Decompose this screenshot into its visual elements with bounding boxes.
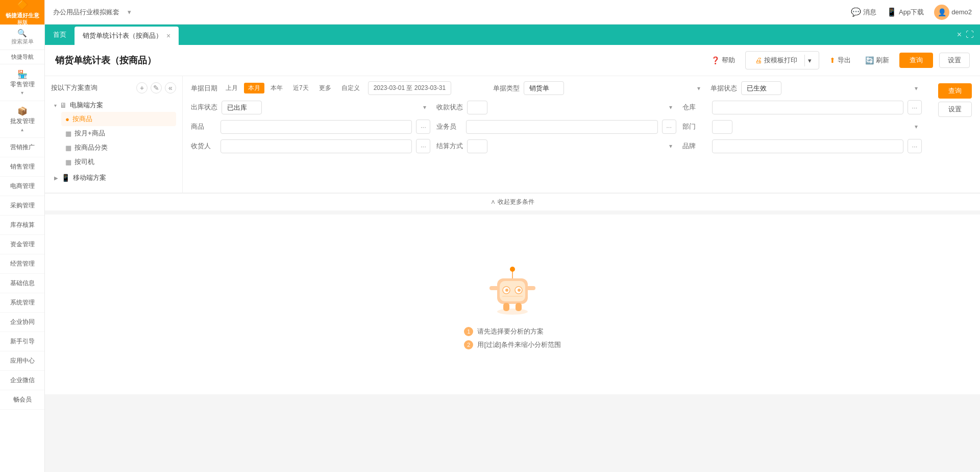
message-btn[interactable]: 💬 消息 xyxy=(851,7,876,17)
date-range-display[interactable]: 2023-03-01 至 2023-03-31 xyxy=(368,81,451,95)
recipient-label: 收货人 xyxy=(191,141,216,151)
sidebar-item-ecommerce[interactable]: 电商管理 xyxy=(0,177,44,196)
sidebar-item-finance[interactable]: 资金管理 xyxy=(0,235,44,254)
sidebar-item-system[interactable]: 系统管理 xyxy=(0,293,44,313)
edit-scheme-btn[interactable]: ✎ xyxy=(151,82,162,93)
shortcut-last-month[interactable]: 上月 xyxy=(222,83,242,93)
side-filter-header: 按以下方案查询 + ✎ « xyxy=(51,82,176,93)
product-ellipsis[interactable]: ··· xyxy=(416,120,430,134)
settings-button[interactable]: 设置 xyxy=(939,53,970,68)
sidebar-item-basics[interactable]: 基础信息 xyxy=(0,274,44,293)
sidebar-item-wholesale[interactable]: 📦 批发管理 ▴ xyxy=(0,101,44,138)
filter-settings-btn[interactable]: 设置 xyxy=(938,102,972,117)
sidebar-item-sales[interactable]: 销售管理 xyxy=(0,157,44,177)
print-dropdown-btn[interactable]: ▾ xyxy=(804,55,815,66)
collapse-label: ∧ 收起更多条件 xyxy=(491,198,534,205)
help-btn[interactable]: ❓ 帮助 xyxy=(707,54,739,67)
filter-area: 按以下方案查询 + ✎ « xyxy=(45,76,980,210)
scheme-group-desktop-header[interactable]: ▾ 🖥 电脑端方案 xyxy=(51,99,176,112)
recv-status-label: 收款状态 xyxy=(436,103,463,112)
warehouse-ellipsis[interactable]: ··· xyxy=(908,100,922,114)
add-icon: + xyxy=(140,84,144,92)
side-filter-actions: + ✎ « xyxy=(136,82,176,93)
shortcut-custom[interactable]: 自定义 xyxy=(337,83,364,93)
payment-label: 结算方式 xyxy=(436,141,463,151)
tab-home[interactable]: 首页 xyxy=(45,25,75,45)
sidebar-item-guide[interactable]: 新手引导 xyxy=(0,332,44,351)
date-shortcuts: 上月 本月 本年 近7天 更多 自定义 xyxy=(222,83,364,93)
sidebar-item-operations[interactable]: 经营管理 xyxy=(0,254,44,274)
guide-label: 新手引导 xyxy=(10,337,35,346)
scheme-item-by-month-product[interactable]: ▦ 按月+商品 xyxy=(61,126,176,140)
warehouse-input[interactable] xyxy=(712,101,903,114)
staff-input[interactable] xyxy=(466,120,657,134)
sidebar-item-retail[interactable]: 🏪 零售管理 ▾ xyxy=(0,64,44,101)
recipient-input[interactable] xyxy=(220,139,412,153)
user-profile[interactable]: 👤 demo2 xyxy=(934,5,972,20)
recv-status-select-wrap xyxy=(467,101,676,114)
recv-status-select[interactable] xyxy=(467,101,487,114)
dropdown-icon[interactable]: ▾ xyxy=(128,8,131,16)
by-month-product-label: 按月+商品 xyxy=(75,129,105,138)
print-btn[interactable]: 🖨 按模板打印 ▾ xyxy=(745,51,819,69)
filter-group-doc-type: 单据类型 销货单 xyxy=(493,81,704,95)
print-main[interactable]: 🖨 按模板打印 xyxy=(750,54,802,67)
brand-ellipsis[interactable]: ··· xyxy=(908,139,922,153)
out-status-select-wrap: 已出库 xyxy=(222,101,430,114)
doc-status-select[interactable]: 已生效 xyxy=(741,81,781,95)
doc-type-select[interactable]: 销货单 xyxy=(524,81,564,95)
export-label: 导出 xyxy=(838,56,851,65)
staff-ellipsis[interactable]: ··· xyxy=(662,120,676,134)
filter-query-btn[interactable]: 查询 xyxy=(938,83,972,99)
sidebar-item-apps[interactable]: 应用中心 xyxy=(0,351,44,371)
tab-active[interactable]: 销货单统计计表（按商品） × xyxy=(75,27,179,45)
filter-group-warehouse: 仓库 ··· xyxy=(682,100,922,114)
sidebar-item-inventory[interactable]: 库存核算 xyxy=(0,216,44,235)
shortcut-this-year[interactable]: 本年 xyxy=(266,83,287,93)
shortcut-7days[interactable]: 近7天 xyxy=(289,83,313,93)
product-input[interactable] xyxy=(220,120,412,134)
page-actions: ❓ 帮助 🖨 按模板打印 ▾ ⬆ 导出 🔄 刷新 xyxy=(707,51,970,69)
topbar-left: 办公用品行业模拟账套 ▾ xyxy=(53,8,131,17)
export-btn[interactable]: ⬆ 导出 xyxy=(825,54,855,67)
mobile-icon: 📱 xyxy=(61,174,70,182)
tab-close-icon[interactable]: × xyxy=(166,32,170,40)
sidebar-item-purchase[interactable]: 采购管理 xyxy=(0,196,44,216)
app-download-btn[interactable]: 📱 App下载 xyxy=(887,7,924,17)
brand-input[interactable] xyxy=(712,139,903,153)
collapse-filter-btn[interactable]: ∧ 收起更多条件 xyxy=(45,193,980,210)
filter-group-payment: 结算方式 xyxy=(436,139,676,153)
shortcut-this-month[interactable]: 本月 xyxy=(244,83,264,93)
collapse-panel-btn[interactable]: « xyxy=(165,82,176,93)
tabbar: 首页 销货单统计计表（按商品） × × ⛶ xyxy=(45,25,980,45)
filter-group-brand: 品牌 ··· xyxy=(682,139,922,153)
out-status-select[interactable]: 已出库 xyxy=(222,101,262,114)
payment-select[interactable] xyxy=(467,139,487,153)
shortcut-more[interactable]: 更多 xyxy=(315,83,335,93)
quicknav-item[interactable]: 快捷导航 xyxy=(0,50,44,64)
scheme-item-by-category[interactable]: ▦ 按商品分类 xyxy=(61,140,176,155)
sidebar-item-member[interactable]: 畅会员 xyxy=(0,390,44,410)
maximize-icon[interactable]: ⛶ xyxy=(966,30,974,39)
add-scheme-btn[interactable]: + xyxy=(136,82,148,93)
refresh-btn[interactable]: 🔄 刷新 xyxy=(861,54,893,67)
sidebar-search[interactable]: 🔍 搜索菜单 xyxy=(0,25,44,50)
dept-select[interactable] xyxy=(712,120,732,134)
by-cashier-icon: ▦ xyxy=(65,158,71,166)
sidebar-item-marketing[interactable]: 营销推广 xyxy=(0,138,44,157)
scheme-group-mobile-header[interactable]: ▶ 📱 移动端方案 xyxy=(51,171,176,184)
dept-label: 部门 xyxy=(682,122,708,131)
retail-label: 零售管理 xyxy=(10,80,35,89)
app-subtitle: 标版 xyxy=(17,19,28,26)
main-area: 办公用品行业模拟账套 ▾ 💬 消息 📱 App下载 👤 demo2 首页 xyxy=(45,0,980,472)
user-avatar: 👤 xyxy=(934,5,949,20)
sidebar-item-wechat[interactable]: 企业微信 xyxy=(0,371,44,390)
svg-rect-11 xyxy=(503,303,509,311)
close-window-icon[interactable]: × xyxy=(957,30,962,39)
scheme-item-by-cashier[interactable]: ▦ 按司机 xyxy=(61,155,176,169)
query-button[interactable]: 查询 xyxy=(899,53,933,68)
wholesale-arrow: ▴ xyxy=(21,127,23,132)
scheme-item-by-product[interactable]: ● 按商品 xyxy=(61,112,176,126)
sidebar-item-enterprise[interactable]: 企业协同 xyxy=(0,313,44,332)
recipient-ellipsis[interactable]: ··· xyxy=(416,139,430,153)
